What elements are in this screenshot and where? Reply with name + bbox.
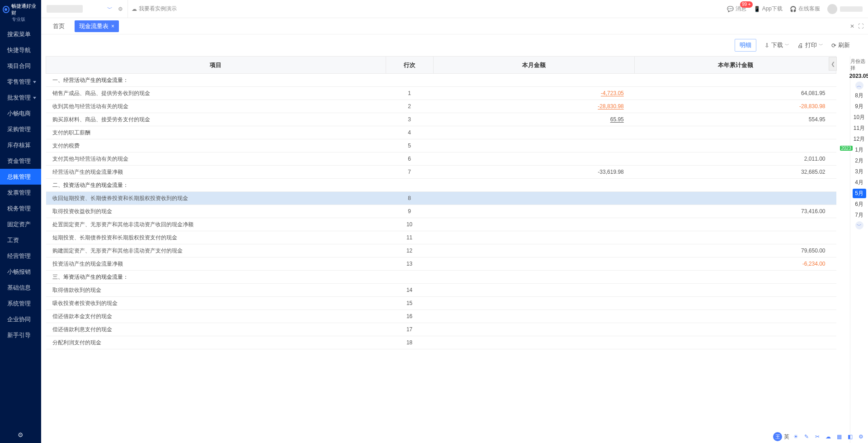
sidebar-item-19[interactable]: 新手引导 (0, 327, 41, 343)
table-row[interactable]: 销售产成品、商品、提供劳务收到的现金1-4,723.0564,081.95 (46, 87, 836, 100)
tray-gear-icon[interactable]: ⚙ (856, 432, 865, 441)
sidebar-item-label: 小畅报销 (7, 268, 31, 276)
sidebar-item-15[interactable]: 小畅报销 (0, 264, 41, 280)
sidebar-item-2[interactable]: 项目合同 (0, 58, 41, 74)
tab-fullscreen-icon[interactable]: ⛶ (858, 23, 863, 29)
online-service-button[interactable]: 🎧 在线客服 (790, 5, 820, 13)
sidebar-item-5[interactable]: 小畅电商 (0, 105, 41, 121)
sidebar-item-16[interactable]: 基础信息 (0, 280, 41, 295)
cell-month-amount[interactable]: -28,830.98 (433, 100, 635, 113)
cell-year-amount: 32,685.02 (635, 166, 836, 179)
cell-year-amount (635, 126, 836, 139)
sidebar-item-10[interactable]: 发票管理 (0, 185, 41, 200)
table-row[interactable]: 支付的职工薪酬4 (46, 126, 836, 139)
month-item[interactable]: 8月 (853, 91, 866, 100)
sidebar-item-label: 批发管理 (7, 94, 31, 102)
tray-cloud-icon[interactable]: ☁ (824, 432, 833, 441)
month-item[interactable]: 11月 (853, 124, 866, 133)
close-icon[interactable]: × (111, 23, 114, 29)
messages-button[interactable]: 💬 消息 99 + (727, 5, 746, 13)
month-item[interactable]: 10月 (853, 113, 866, 122)
sidebar-item-11[interactable]: 税务管理 (0, 200, 41, 216)
month-item[interactable]: 6月 (853, 200, 866, 209)
month-scroll-down-icon[interactable]: ﹀ (855, 221, 863, 229)
table-row[interactable]: 取得借款收到的现金14 (46, 284, 836, 297)
print-icon: 🖨 (797, 42, 803, 49)
table-row[interactable]: 三、筹资活动产生的现金流量： (46, 271, 836, 284)
sidebar-item-4[interactable]: 批发管理▾ (0, 90, 41, 105)
month-item[interactable]: 4月 (853, 178, 866, 187)
table-row[interactable]: 偿还借款利息支付的现金17 (46, 323, 836, 336)
app-download-button[interactable]: 📱 App下载 (754, 5, 783, 13)
table-row[interactable]: 收回短期投资、长期债券投资和长期股权投资收到的现金8 (46, 192, 836, 205)
tab-cashflow[interactable]: 现金流量表 × (75, 20, 119, 32)
cell-year-amount (635, 323, 836, 336)
tray-sun-icon[interactable]: ☀ (791, 432, 800, 441)
user-menu[interactable] (827, 4, 863, 14)
sidebar-item-17[interactable]: 系统管理 (0, 295, 41, 311)
month-item[interactable]: 5月 (853, 189, 866, 198)
sidebar-item-label: 发票管理 (7, 189, 31, 197)
table-row[interactable]: 支付其他与经营活动有关的现金62,011.00 (46, 152, 836, 166)
table-row[interactable]: 短期投资、长期债券投资和长期股权投资支付的现金11 (46, 231, 836, 244)
table-row[interactable]: 支付的税费5 (46, 139, 836, 152)
detail-button[interactable]: 明细 (735, 39, 756, 52)
sidebar-item-1[interactable]: 快捷导航 (0, 42, 41, 58)
refresh-button[interactable]: ⟳ 刷新 (831, 41, 850, 49)
sidebar-item-6[interactable]: 采购管理 (0, 121, 41, 137)
cell-line: 12 (386, 244, 433, 257)
table-row[interactable]: 收到其他与经营活动有关的现金2-28,830.98-28,830.98 (46, 100, 836, 113)
sidebar-item-3[interactable]: 零售管理▾ (0, 74, 41, 90)
table-row[interactable]: 经营活动产生的现金流量净额7-33,619.9832,685.02 (46, 166, 836, 179)
month-item[interactable]: 7月 (853, 210, 866, 220)
avatar-icon (827, 4, 837, 14)
table-row[interactable]: 取得投资收益收到的现金973,416.00 (46, 205, 836, 218)
table-row[interactable]: 处置固定资产、无形资产和其他非流动资产收回的现金净额10 (46, 218, 836, 231)
org-selector[interactable]: （隐藏名称） ﹀ ⚙ (47, 0, 128, 18)
demo-button[interactable]: ☁ 我要看实例演示 (132, 5, 177, 13)
cell-month-amount (433, 74, 635, 87)
table-row[interactable]: 一、经营活动产生的现金流量： (46, 74, 836, 87)
month-scroll-up-icon[interactable]: ︿ (855, 81, 863, 90)
month-item[interactable]: 2月 (853, 156, 866, 166)
sidebar-item-12[interactable]: 固定资产 (0, 216, 41, 232)
cell-month-amount[interactable]: 65.95 (433, 113, 635, 126)
sidebar-item-14[interactable]: 经营管理 (0, 248, 41, 264)
table-row[interactable]: 购买原材料、商品、接受劳务支付的现金365.95554.95 (46, 113, 836, 126)
table-row[interactable]: 购建固定资产、无形资产和其他非流动资产支付的现金1279,650.00 (46, 244, 836, 257)
download-button[interactable]: ⇩ 下载 ﹀ (764, 41, 789, 49)
print-button[interactable]: 🖨 打印 ﹀ (797, 41, 823, 49)
tab-home[interactable]: 首页 (48, 20, 69, 32)
tray-edit-icon[interactable]: ✎ (802, 432, 811, 441)
ime-icon[interactable]: 王 (773, 432, 782, 441)
table-row[interactable]: 吸收投资者投资收到的现金15 (46, 297, 836, 310)
table-row[interactable]: 二、投资活动产生的现金流量： (46, 179, 836, 192)
sidebar-item-7[interactable]: 库存核算 (0, 137, 41, 153)
sidebar-item-13[interactable]: 工资 (0, 232, 41, 248)
month-item[interactable]: 12月 (853, 134, 866, 144)
cell-month-amount (433, 205, 635, 218)
settings-gear-icon[interactable]: ⚙ (18, 431, 24, 438)
cell-month-amount[interactable]: -4,723.05 (433, 87, 635, 100)
settings-icon[interactable]: ⚙ (118, 6, 123, 12)
cell-year-amount (635, 284, 836, 297)
month-item[interactable]: 1月 (853, 145, 866, 155)
cell-month-amount (433, 192, 635, 205)
expand-handle-icon[interactable]: ❮ (829, 57, 837, 71)
tray-cut-icon[interactable]: ✂ (813, 432, 822, 441)
cell-item: 销售产成品、商品、提供劳务收到的现金 (46, 87, 386, 100)
month-item[interactable]: 9月 (853, 102, 866, 111)
tray-grid-icon[interactable]: ▦ (835, 432, 844, 441)
table-row[interactable]: 投资活动产生的现金流量净额13-6,234.00 (46, 257, 836, 271)
tray-bookmark-icon[interactable]: ◧ (845, 432, 854, 441)
cell-year-amount: 73,416.00 (635, 205, 836, 218)
sidebar-item-18[interactable]: 企业协同 (0, 311, 41, 327)
sidebar-item-0[interactable]: 搜索菜单 (0, 26, 41, 42)
sidebar-item-8[interactable]: 资金管理 (0, 153, 41, 169)
table-row[interactable]: 分配利润支付的现金18 (46, 336, 836, 349)
tab-close-all-icon[interactable]: ✕ (850, 23, 854, 29)
month-item[interactable]: 3月 (853, 167, 866, 176)
ime-lang[interactable]: 英 (784, 433, 789, 441)
sidebar-item-9[interactable]: 总账管理 (0, 169, 41, 185)
table-row[interactable]: 偿还借款本金支付的现金16 (46, 310, 836, 323)
